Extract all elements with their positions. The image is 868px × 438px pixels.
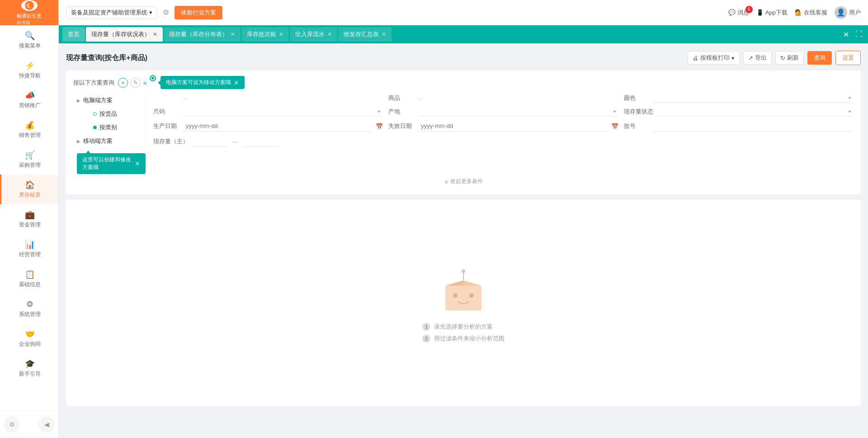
filter-edit-btn[interactable]: ✎ <box>131 78 141 88</box>
tab-close-stock-dist[interactable]: ✕ <box>231 31 235 38</box>
page-title-bar: 现存量查询(按仓库+商品) 🖨 按模板打印 ▾ ↗ 导出 ↻ 刷新 <box>66 51 861 65</box>
filter-expire-date-input[interactable] <box>418 121 608 132</box>
guide-icon: 🎓 <box>25 359 35 369</box>
system-selector[interactable]: 装备及固定资产辅助管理系统 ▾ <box>66 6 157 19</box>
filter-back-btn[interactable]: « <box>143 79 147 86</box>
inventory-icon: 🏠 <box>25 180 35 190</box>
topbar: 装备及固定资产辅助管理系统 ▾ ⚙ 体验行业方案 💬 消息 6 📱 App下载 … <box>59 0 868 25</box>
export-btn[interactable]: ↗ 导出 <box>743 51 772 65</box>
sidebar-nav: 🔍 搜索菜单 ⚡ 快捷导航 📣 营销推广 💰 销售管理 🛒 采购管理 🏠 库存核… <box>0 25 58 410</box>
message-icon: 💬 <box>728 9 736 16</box>
app-download-btn[interactable]: 📱 App下载 <box>756 9 788 17</box>
scheme-desktop-header[interactable]: ▶ 电脑端方案 <box>73 94 146 107</box>
sidebar-item-finance[interactable]: 💼 资金管理 <box>0 204 58 234</box>
filter-field-produce-date: 生产日期 📅 <box>153 121 383 132</box>
tab-maximize-btn[interactable]: ⛶ <box>854 28 864 40</box>
scheme-mobile-header[interactable]: ▶ 移动端方案 <box>73 134 146 148</box>
search-btn[interactable]: 查询 <box>807 51 832 65</box>
content-area: 现存量查询(按仓库+商品) 🖨 按模板打印 ▾ ↗ 导出 ↻ 刷新 <box>59 43 868 438</box>
tab-batch-ledger[interactable]: 库存批次账 ✕ <box>241 27 289 42</box>
sidebar-item-enterprise[interactable]: 🤝 企业协同 <box>0 324 58 353</box>
settings-btn[interactable]: ⚙ <box>4 416 20 433</box>
tab-close-stock-status[interactable]: ✕ <box>153 31 157 38</box>
dot-indicator <box>151 76 155 80</box>
search-icon: 🔍 <box>25 31 35 41</box>
collapse-btn[interactable]: ◀ <box>38 416 55 433</box>
svg-point-5 <box>453 293 458 298</box>
filter-field-color: 颜色 ▾ <box>624 94 854 103</box>
online-support-btn[interactable]: 💁 在线客服 <box>795 9 827 17</box>
svg-marker-3 <box>445 280 463 286</box>
filter-warehouse-btn[interactable]: ··· <box>183 95 188 102</box>
basic-icon: 📋 <box>25 269 35 279</box>
filter-size-select[interactable]: ▾ <box>183 107 383 116</box>
scheme-desktop-item-2[interactable]: 按类别 <box>73 121 146 134</box>
filter-color-select[interactable]: ▾ <box>654 94 854 103</box>
hint-tooltip-close[interactable]: ✕ <box>135 160 140 167</box>
sidebar-item-inventory[interactable]: 🏠 库存核算 <box>0 174 58 204</box>
topbar-right: 💬 消息 6 📱 App下载 💁 在线客服 👤 用户 <box>728 6 861 19</box>
tab-close-in-out-flow[interactable]: ✕ <box>327 31 332 38</box>
collapse-more-btn[interactable]: ∧ 收起更多条件 <box>73 174 854 189</box>
empty-step-2: 2 用过滤条件来缩小分析范围 <box>422 334 505 343</box>
produce-date-calendar-icon[interactable]: 📅 <box>376 123 383 130</box>
filter-row-3: 生产日期 📅 失效日期 📅 批号 <box>153 121 854 132</box>
tab-stock-dist[interactable]: 现存量（库存分布表） ✕ <box>164 27 241 42</box>
filter-header: 按以下方案查询 + ✎ « 电脑方案可设为移动方案哦 <box>73 76 854 89</box>
operations-icon: 📊 <box>25 240 35 250</box>
sidebar-item-sales[interactable]: 💰 销售管理 <box>0 115 58 145</box>
filter-stock-max-input[interactable] <box>242 136 278 147</box>
filter-batch-input[interactable] <box>654 121 854 132</box>
filter-produce-date-input[interactable] <box>183 121 373 132</box>
set-btn[interactable]: 设置 <box>835 51 861 65</box>
print-btn[interactable]: 🖨 按模板打印 ▾ <box>688 51 740 65</box>
filter-field-size: 尺码 ▾ <box>153 107 383 116</box>
sidebar-item-system[interactable]: ⚙ 系统管理 <box>0 294 58 324</box>
tabbar-actions: ✕ ⛶ <box>841 28 868 41</box>
sidebar-item-guide[interactable]: 🎓 新手引导 <box>0 353 58 383</box>
sidebar-item-basic[interactable]: 📋 基础信息 <box>0 264 58 294</box>
expire-date-calendar-icon[interactable]: 📅 <box>611 123 618 130</box>
filter-field-stock-qty: 现存量（主） — <box>153 136 334 147</box>
sidebar-item-marketing[interactable]: 📣 营销推广 <box>0 85 58 115</box>
refresh-btn[interactable]: ↻ 刷新 <box>775 51 804 65</box>
message-btn[interactable]: 💬 消息 6 <box>728 9 749 17</box>
filter-add-btn[interactable]: + <box>118 78 128 88</box>
tab-close-batch-ledger[interactable]: ✕ <box>279 31 283 38</box>
filter-row-4: 现存量（主） — <box>153 136 854 147</box>
tab-in-out-flow[interactable]: 出入库流水 ✕ <box>290 27 337 42</box>
filter-field-batch: 批号 <box>624 121 854 132</box>
empty-steps: 1 请先选择要分析的方案 2 用过滤条件来缩小分析范围 <box>422 323 505 343</box>
tab-recv-send-summary[interactable]: 收发存汇总表 ✕ <box>338 27 392 42</box>
settings-icon[interactable]: ⚙ <box>163 8 169 17</box>
filter-header-actions: + ✎ « <box>118 78 155 88</box>
status-dropdown-icon: ▾ <box>849 109 851 114</box>
filter-field-product: 商品 ··· <box>388 94 618 102</box>
filter-origin-select[interactable]: ▾ <box>418 107 618 116</box>
sidebar-logo: 6 畅通好生意 标准版 <box>0 0 58 25</box>
page-actions: 🖨 按模板打印 ▾ ↗ 导出 ↻ 刷新 查询 设置 <box>688 51 861 65</box>
system-icon: ⚙ <box>26 299 33 309</box>
industry-btn[interactable]: 体验行业方案 <box>175 6 222 19</box>
scheme-desktop-item-1[interactable]: 按货品 <box>73 107 146 121</box>
purchase-icon: 🛒 <box>25 150 35 160</box>
filter-product-btn[interactable]: ··· <box>418 95 423 102</box>
empty-illustration <box>436 263 491 317</box>
filter-row-1: ··· 商品 ··· 颜色 ▾ <box>153 94 854 103</box>
tab-close-all-btn[interactable]: ✕ <box>841 28 851 41</box>
scenario-tooltip-close[interactable]: ✕ <box>234 79 239 86</box>
sidebar-item-quicknav[interactable]: ⚡ 快捷导航 <box>0 55 58 85</box>
sidebar-item-search[interactable]: 🔍 搜索菜单 <box>0 25 58 55</box>
tab-close-recv-send[interactable]: ✕ <box>382 31 386 38</box>
tree-expand-icon: ▶ <box>77 98 80 103</box>
filter-stock-min-input[interactable] <box>191 136 227 147</box>
print-dropdown-icon: ▾ <box>731 55 735 61</box>
tab-stock-status[interactable]: 现存量（库存状况表） ✕ <box>86 27 163 42</box>
user-btn[interactable]: 👤 用户 <box>835 6 861 19</box>
filter-status-select[interactable]: ▾ <box>656 107 854 116</box>
scheme-radio-2 <box>93 126 97 129</box>
sidebar-item-operations[interactable]: 📊 经营管理 <box>0 234 58 264</box>
tab-home[interactable]: 首页 <box>62 27 85 42</box>
sidebar-item-purchase[interactable]: 🛒 采购管理 <box>0 145 58 174</box>
sidebar: 6 畅通好生意 标准版 🔍 搜索菜单 ⚡ 快捷导航 📣 营销推广 💰 销售管理 … <box>0 0 59 438</box>
